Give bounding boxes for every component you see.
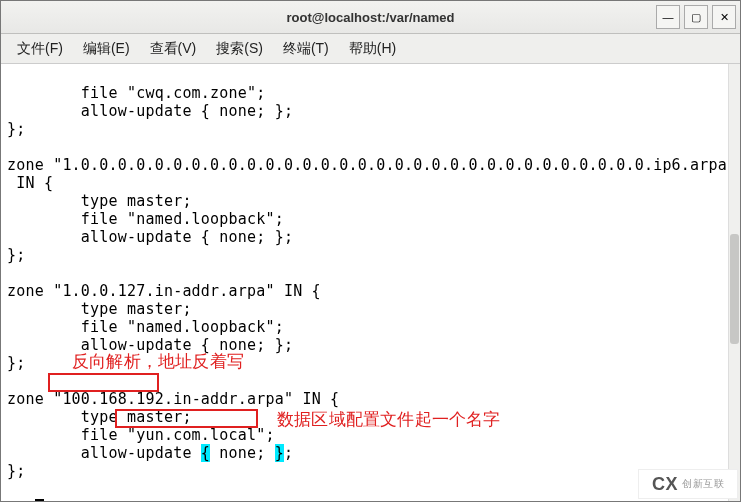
code-line: allow-update { none; }; <box>7 336 293 354</box>
code-line: allow-update { none; }; <box>7 444 293 462</box>
menubar: 文件(F) 编辑(E) 查看(V) 搜索(S) 终端(T) 帮助(H) <box>1 34 740 64</box>
maximize-button[interactable]: ▢ <box>684 5 708 29</box>
annotation-zone-file: 数据区域配置文件起一个名字 <box>277 411 501 429</box>
code-line: IN { <box>7 174 53 192</box>
code-line: }; <box>7 354 25 372</box>
code-line: zone "1.0.0.127.in-addr.arpa" IN { <box>7 282 321 300</box>
code-line: allow-update { none; }; <box>7 102 293 120</box>
code-line: file "named.loopback"; <box>7 210 284 228</box>
terminal-window: root@localhost:/var/named — ▢ ✕ 文件(F) 编辑… <box>0 0 741 502</box>
watermark-text: 创新互联 <box>682 475 724 493</box>
code-line: }; <box>7 246 25 264</box>
scrollbar[interactable] <box>728 64 740 501</box>
code-line: zone "100.168.192.in-addr.arpa" IN { <box>7 390 339 408</box>
code-line: file "cwq.com.zone"; <box>7 84 265 102</box>
terminal-content[interactable]: file "cwq.com.zone"; allow-update { none… <box>1 64 740 501</box>
code-line: type master; <box>7 300 192 318</box>
menu-edit[interactable]: 编辑(E) <box>73 36 140 62</box>
code-line: }; <box>7 120 25 138</box>
titlebar: root@localhost:/var/named — ▢ ✕ <box>1 1 740 34</box>
watermark: CX 创新互联 <box>638 469 738 499</box>
close-button[interactable]: ✕ <box>712 5 736 29</box>
code-line: file "named.loopback"; <box>7 318 284 336</box>
brace-highlight-close: } <box>275 444 284 462</box>
brace-highlight-open: { <box>201 444 210 462</box>
menu-terminal[interactable]: 终端(T) <box>273 36 339 62</box>
code-line: type master; <box>7 192 192 210</box>
code-line: }; <box>7 462 25 480</box>
code-line: allow-update { none; }; <box>7 228 293 246</box>
watermark-logo: CX <box>652 475 678 493</box>
window-title: root@localhost:/var/named <box>1 10 740 25</box>
menu-search[interactable]: 搜索(S) <box>206 36 273 62</box>
menu-file[interactable]: 文件(F) <box>7 36 73 62</box>
annotation-reverse-dns: 反向解析，地址反着写 <box>72 353 244 371</box>
code-line: type master; <box>7 408 192 426</box>
menu-view[interactable]: 查看(V) <box>140 36 207 62</box>
vim-command-line: :wq <box>7 498 44 501</box>
text-cursor <box>35 499 44 501</box>
code-line: zone "1.0.0.0.0.0.0.0.0.0.0.0.0.0.0.0.0.… <box>7 156 736 174</box>
code-line: file "yun.com.local"; <box>7 426 275 444</box>
window-controls: — ▢ ✕ <box>656 5 736 29</box>
scrollbar-thumb[interactable] <box>730 234 739 344</box>
minimize-button[interactable]: — <box>656 5 680 29</box>
menu-help[interactable]: 帮助(H) <box>339 36 406 62</box>
